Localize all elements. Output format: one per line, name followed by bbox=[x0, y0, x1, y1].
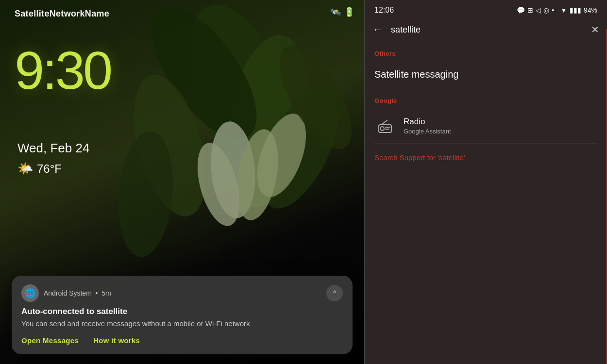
wifi-icon: ▼ bbox=[560, 6, 567, 14]
radio-icon bbox=[377, 118, 393, 133]
clock-display: 9:30 bbox=[15, 44, 111, 97]
svg-line-16 bbox=[381, 120, 387, 125]
search-back-button[interactable]: ← bbox=[372, 23, 383, 36]
radio-icon-box bbox=[374, 115, 396, 136]
notification-app-icon: 🌐 bbox=[21, 284, 39, 302]
notification-card: 🌐 Android System • 5m ^ Auto-connected t… bbox=[12, 276, 353, 354]
search-clear-button[interactable]: ✕ bbox=[591, 24, 599, 35]
settings-search-bar: ← ✕ bbox=[365, 18, 607, 41]
grid-icon: ⊞ bbox=[527, 6, 533, 14]
settings-time: 12:06 bbox=[374, 6, 394, 15]
settings-status-icons: 💬 ⊞ ◁ ◎ • ▼ ▮▮▮ 94% bbox=[517, 6, 597, 14]
dot-icon: • bbox=[552, 6, 554, 14]
target-icon: ◎ bbox=[543, 6, 549, 14]
settings-status-bar: 12:06 💬 ⊞ ◁ ◎ • ▼ ▮▮▮ 94% bbox=[365, 0, 607, 18]
satellite-messaging-item[interactable]: Satellite messaging bbox=[365, 61, 607, 88]
settings-panel: 12:06 💬 ⊞ ◁ ◎ • ▼ ▮▮▮ 94% ← ✕ Others Sat… bbox=[364, 0, 607, 364]
temperature-display: 76°F bbox=[37, 162, 62, 176]
notification-header: 🌐 Android System • 5m ^ bbox=[21, 284, 343, 302]
satellite-messaging-title: Satellite messaging bbox=[374, 69, 597, 80]
signal-icon: ▮▮▮ bbox=[570, 6, 581, 14]
radio-item[interactable]: Radio Google Assistant bbox=[365, 108, 607, 143]
notification-source: Android System • 5m bbox=[44, 289, 111, 297]
radio-subtitle: Google Assistant bbox=[404, 128, 451, 135]
notification-body: You can send and receive messages withou… bbox=[21, 318, 343, 329]
search-results: Others Satellite messaging Google Radio bbox=[365, 41, 607, 364]
network-name: SatelliteNetworkName bbox=[15, 9, 109, 19]
weather-icon: 🌤️ bbox=[17, 161, 33, 176]
notification-actions: Open Messages How it works bbox=[21, 336, 343, 345]
navigation-icon: ◁ bbox=[536, 6, 541, 14]
phone-screen: SatelliteNetworkName 🛰️ 🔋 9:30 Wed, Feb … bbox=[0, 0, 364, 364]
weather-display: 🌤️ 76°F bbox=[17, 161, 62, 176]
radio-item-text: Radio Google Assistant bbox=[404, 117, 451, 135]
whatsapp-icon: 💬 bbox=[517, 6, 525, 14]
section-label-others: Others bbox=[365, 41, 607, 61]
notification-title: Auto-connected to satellite bbox=[21, 307, 343, 316]
notification-header-left: 🌐 Android System • 5m bbox=[21, 284, 111, 302]
status-bar-right: 🛰️ 🔋 bbox=[330, 7, 354, 17]
how-it-works-button[interactable]: How it works bbox=[93, 336, 140, 345]
section-label-google: Google bbox=[365, 88, 607, 108]
radio-title: Radio bbox=[404, 117, 451, 127]
notification-expand-button[interactable]: ^ bbox=[326, 285, 343, 301]
satellite-icon: 🛰️ bbox=[330, 7, 341, 17]
open-messages-button[interactable]: Open Messages bbox=[21, 336, 79, 345]
battery-icon: 🔋 bbox=[344, 7, 354, 17]
battery-level: 94% bbox=[584, 6, 597, 14]
date-display: Wed, Feb 24 bbox=[17, 141, 89, 156]
search-input[interactable] bbox=[391, 25, 591, 35]
svg-point-13 bbox=[380, 127, 384, 131]
search-support-link[interactable]: Search Support for 'satellite' bbox=[365, 144, 607, 171]
